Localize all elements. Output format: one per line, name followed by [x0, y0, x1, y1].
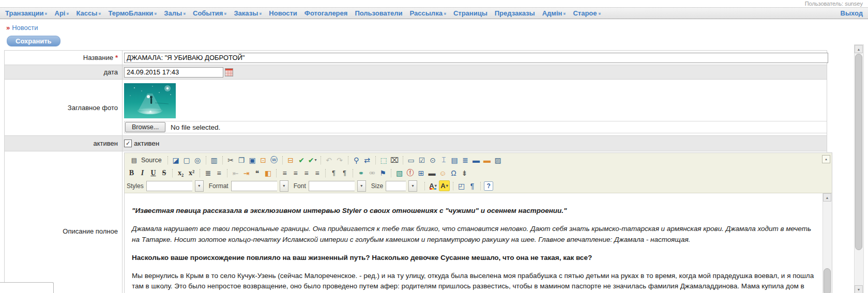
copy-icon[interactable]: ❐ [237, 155, 247, 165]
align-justify-icon[interactable]: ≡ [312, 168, 322, 178]
cut-icon[interactable]: ✂ [226, 155, 236, 165]
logout-link[interactable]: Выход [841, 9, 863, 17]
redo-icon[interactable]: ↷ [335, 155, 345, 165]
bulleted-list-icon[interactable]: ≡ [214, 168, 224, 178]
breadcrumb-link-novosti[interactable]: Новости [12, 24, 38, 32]
about-icon[interactable]: ? [484, 181, 493, 191]
align-center-icon[interactable]: ≡ [291, 168, 300, 178]
bold-icon[interactable]: B [127, 168, 136, 178]
spellcheck-icon[interactable]: ✔ [297, 155, 307, 165]
scroll-down-icon[interactable]: ▼ [855, 285, 863, 293]
nav-item-zaly[interactable]: Залы» [164, 9, 186, 17]
chevron-down-icon[interactable]: ▾ [408, 180, 417, 192]
chevron-down-icon[interactable]: ▾ [195, 180, 204, 192]
undo-icon[interactable]: ↶ [324, 155, 334, 165]
hidden-field-icon[interactable]: ▨ [493, 155, 503, 165]
print-icon[interactable]: ⊟ [286, 155, 296, 165]
text-color-icon[interactable]: A▾ [428, 181, 438, 191]
table-icon[interactable]: ⊞ [416, 168, 426, 178]
indent-icon[interactable]: ⇥ [241, 168, 251, 178]
editor-scrollbar[interactable]: ▲ ▼ [823, 193, 832, 293]
format-dropdown-value[interactable] [231, 181, 277, 191]
background-color-icon[interactable]: A▾ [439, 180, 450, 191]
title-input[interactable] [124, 53, 828, 63]
radio-field-icon[interactable]: ⊙ [428, 155, 438, 165]
nav-item-sobytiya[interactable]: События» [193, 9, 226, 17]
styles-dropdown[interactable]: Styles ▾ [127, 180, 204, 192]
nav-item-admin[interactable]: Адмін» [542, 9, 566, 17]
link-icon[interactable]: ⚭ [356, 168, 366, 178]
format-dropdown[interactable]: Format ▾ [209, 180, 288, 192]
size-dropdown-value[interactable] [386, 181, 406, 191]
maximize-icon[interactable]: ◰ [456, 181, 466, 191]
nav-item-stranitsy[interactable]: Страницы [453, 9, 488, 17]
nav-item-termoblanki[interactable]: ТермоБланки» [108, 9, 157, 17]
nav-item-polzovateli[interactable]: Пользователи [355, 9, 402, 17]
text-field-icon[interactable]: ⌶ [439, 155, 449, 165]
underline-icon[interactable]: U [148, 168, 158, 178]
textarea-field-icon[interactable]: ▤ [450, 155, 460, 165]
nav-item-zakazy[interactable]: Заказы» [234, 9, 262, 17]
bidi-ltr-icon[interactable]: ¶ [329, 168, 339, 178]
templates-icon[interactable]: ▥ [209, 155, 219, 165]
scroll-up-icon[interactable]: ▲ [855, 45, 863, 53]
checkbox-field-icon[interactable]: ☑ [417, 155, 427, 165]
special-char-icon[interactable]: Ω [449, 168, 459, 178]
find-icon[interactable]: ⚲ [352, 155, 361, 165]
nav-item-staroe[interactable]: Старое» [573, 9, 600, 17]
bidi-rtl-icon[interactable]: ¶ [340, 168, 349, 178]
font-dropdown-value[interactable] [309, 181, 355, 191]
show-blocks-icon[interactable]: ¶ [467, 181, 477, 191]
unlink-icon[interactable]: ⚮ [367, 168, 377, 178]
image-icon[interactable]: ▧ [394, 168, 404, 178]
select-field-icon[interactable]: ≣ [461, 155, 470, 165]
replace-icon[interactable]: ⇄ [362, 155, 372, 165]
align-left-icon[interactable]: ≡ [280, 168, 290, 178]
page-scrollbar-thumb[interactable] [855, 54, 862, 250]
scroll-up-icon[interactable]: ▲ [823, 193, 831, 202]
paste-icon[interactable]: ▣ [248, 155, 257, 165]
form-icon[interactable]: ▭ [406, 155, 416, 165]
nav-item-kassy[interactable]: Кассы» [76, 9, 101, 17]
spellcheck-dropdown-icon[interactable]: ✔▾ [308, 155, 317, 165]
button-field-icon[interactable]: ▬ [471, 155, 481, 165]
subscript-icon[interactable]: x₂ [176, 168, 186, 178]
select-all-icon[interactable]: ⬚ [379, 155, 389, 165]
chevron-down-icon[interactable]: ▾ [357, 180, 366, 192]
chevron-down-icon[interactable]: ▾ [280, 180, 288, 192]
nav-item-api[interactable]: Api» [55, 9, 69, 17]
nav-item-rassylka[interactable]: Рассылка» [410, 9, 446, 17]
nav-item-predzakazy[interactable]: Предзаказы [495, 9, 535, 17]
div-container-icon[interactable]: ◧ [263, 168, 273, 178]
styles-dropdown-value[interactable] [146, 181, 192, 191]
save-icon[interactable]: ◪ [171, 155, 181, 165]
paste-from-word-icon[interactable]: ⓦ [269, 155, 279, 165]
date-input[interactable] [124, 67, 223, 78]
flash-icon[interactable]: ⓕ [405, 168, 415, 178]
nav-item-novosti[interactable]: Новости [269, 9, 297, 17]
toolbar-collapse-button[interactable]: ▴ [822, 155, 830, 163]
numbered-list-icon[interactable]: ≣ [203, 168, 213, 178]
page-break-icon[interactable]: ⇟ [460, 168, 469, 178]
calendar-icon[interactable] [225, 68, 233, 76]
editor-document[interactable]: "Известная певица рассказала в эксклюзив… [125, 193, 832, 293]
outdent-icon[interactable]: ⇤ [231, 168, 240, 178]
size-dropdown[interactable]: Size ▾ [371, 180, 417, 192]
blockquote-icon[interactable]: ❝ [252, 168, 262, 178]
source-button[interactable]: ▤Source [127, 155, 164, 165]
page-scrollbar[interactable]: ▲ ▼ [854, 44, 864, 293]
editor-scrollbar-thumb[interactable] [824, 268, 831, 293]
save-button[interactable]: Сохранить [7, 36, 60, 47]
strikethrough-icon[interactable]: S [159, 168, 169, 178]
editor-content-area[interactable]: "Известная певица рассказала в эксклюзив… [125, 193, 832, 293]
active-checkbox[interactable]: ✓ [124, 140, 132, 147]
paste-text-icon[interactable]: ⊡ [258, 155, 268, 165]
image-button-icon[interactable]: ▬ [482, 155, 492, 165]
nav-item-fotogalereya[interactable]: Фотогалерея [304, 9, 348, 17]
font-dropdown[interactable]: Font ▾ [294, 180, 366, 192]
italic-icon[interactable]: I [138, 168, 147, 178]
new-page-icon[interactable]: ▢ [182, 155, 192, 165]
browse-button[interactable]: Browse... [125, 122, 165, 132]
align-right-icon[interactable]: ≡ [301, 168, 311, 178]
horizontal-rule-icon[interactable]: ▬ [427, 168, 437, 178]
